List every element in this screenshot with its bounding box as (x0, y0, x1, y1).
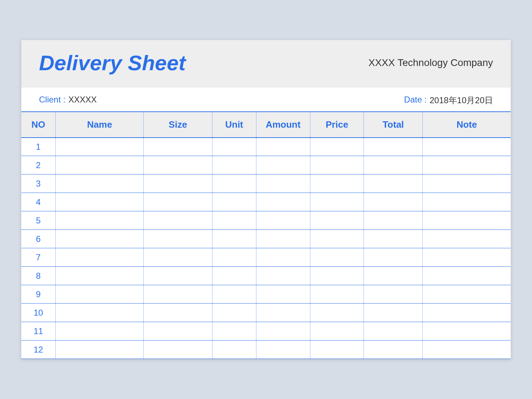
cell-size[interactable] (144, 267, 212, 285)
cell-no[interactable]: 5 (21, 211, 56, 230)
cell-amount[interactable] (256, 304, 310, 322)
cell-price[interactable] (310, 304, 364, 322)
cell-total[interactable] (364, 322, 423, 340)
cell-total[interactable] (364, 156, 423, 174)
cell-amount[interactable] (256, 156, 310, 174)
cell-name[interactable] (56, 138, 144, 156)
cell-name[interactable] (56, 285, 144, 304)
cell-total[interactable] (364, 138, 423, 156)
table-row: 8 (21, 267, 511, 285)
cell-no[interactable]: 3 (21, 174, 56, 193)
cell-no[interactable]: 2 (21, 156, 56, 174)
cell-price[interactable] (310, 156, 364, 174)
cell-price[interactable] (310, 211, 364, 230)
cell-no[interactable]: 1 (21, 138, 56, 156)
cell-name[interactable] (56, 211, 144, 230)
cell-total[interactable] (364, 174, 423, 193)
cell-no[interactable]: 9 (21, 285, 56, 304)
cell-name[interactable] (56, 267, 144, 285)
cell-size[interactable] (144, 211, 212, 230)
cell-price[interactable] (310, 340, 364, 359)
cell-name[interactable] (56, 230, 144, 248)
cell-name[interactable] (56, 193, 144, 211)
cell-name[interactable] (56, 156, 144, 174)
cell-amount[interactable] (256, 322, 310, 340)
cell-size[interactable] (144, 285, 212, 304)
cell-amount[interactable] (256, 138, 310, 156)
cell-note[interactable] (423, 248, 511, 267)
cell-amount[interactable] (256, 230, 310, 248)
cell-size[interactable] (144, 304, 212, 322)
cell-total[interactable] (364, 340, 423, 359)
cell-name[interactable] (56, 340, 144, 359)
cell-no[interactable]: 7 (21, 248, 56, 267)
cell-note[interactable] (423, 193, 511, 211)
cell-no[interactable]: 6 (21, 230, 56, 248)
cell-unit[interactable] (212, 211, 256, 230)
cell-amount[interactable] (256, 267, 310, 285)
cell-total[interactable] (364, 193, 423, 211)
cell-unit[interactable] (212, 230, 256, 248)
cell-amount[interactable] (256, 211, 310, 230)
cell-total[interactable] (364, 304, 423, 322)
cell-note[interactable] (423, 174, 511, 193)
cell-note[interactable] (423, 322, 511, 340)
cell-unit[interactable] (212, 304, 256, 322)
cell-name[interactable] (56, 248, 144, 267)
cell-size[interactable] (144, 230, 212, 248)
table-row: 4 (21, 193, 511, 211)
cell-amount[interactable] (256, 174, 310, 193)
cell-size[interactable] (144, 340, 212, 359)
cell-unit[interactable] (212, 174, 256, 193)
cell-no[interactable]: 11 (21, 322, 56, 340)
cell-unit[interactable] (212, 248, 256, 267)
cell-name[interactable] (56, 304, 144, 322)
cell-total[interactable] (364, 267, 423, 285)
cell-price[interactable] (310, 193, 364, 211)
cell-amount[interactable] (256, 285, 310, 304)
cell-amount[interactable] (256, 340, 310, 359)
cell-price[interactable] (310, 174, 364, 193)
cell-size[interactable] (144, 156, 212, 174)
cell-no[interactable]: 4 (21, 193, 56, 211)
cell-no[interactable]: 10 (21, 304, 56, 322)
cell-total[interactable] (364, 248, 423, 267)
cell-size[interactable] (144, 193, 212, 211)
cell-amount[interactable] (256, 248, 310, 267)
cell-total[interactable] (364, 285, 423, 304)
cell-note[interactable] (423, 285, 511, 304)
cell-unit[interactable] (212, 193, 256, 211)
cell-no[interactable]: 8 (21, 267, 56, 285)
cell-price[interactable] (310, 230, 364, 248)
cell-note[interactable] (423, 230, 511, 248)
col-header-size: Size (144, 112, 212, 138)
cell-unit[interactable] (212, 285, 256, 304)
cell-note[interactable] (423, 138, 511, 156)
cell-no[interactable]: 12 (21, 340, 56, 359)
cell-size[interactable] (144, 248, 212, 267)
cell-price[interactable] (310, 322, 364, 340)
cell-price[interactable] (310, 248, 364, 267)
cell-name[interactable] (56, 174, 144, 193)
cell-price[interactable] (310, 285, 364, 304)
cell-amount[interactable] (256, 193, 310, 211)
cell-unit[interactable] (212, 267, 256, 285)
cell-size[interactable] (144, 174, 212, 193)
cell-note[interactable] (423, 211, 511, 230)
cell-note[interactable] (423, 304, 511, 322)
cell-note[interactable] (423, 156, 511, 174)
cell-unit[interactable] (212, 138, 256, 156)
cell-total[interactable] (364, 230, 423, 248)
cell-size[interactable] (144, 322, 212, 340)
cell-unit[interactable] (212, 322, 256, 340)
cell-note[interactable] (423, 340, 511, 359)
cell-unit[interactable] (212, 340, 256, 359)
cell-name[interactable] (56, 322, 144, 340)
cell-total[interactable] (364, 211, 423, 230)
cell-note[interactable] (423, 267, 511, 285)
cell-price[interactable] (310, 267, 364, 285)
col-header-unit: Unit (212, 112, 256, 138)
cell-unit[interactable] (212, 156, 256, 174)
cell-size[interactable] (144, 138, 212, 156)
cell-price[interactable] (310, 138, 364, 156)
